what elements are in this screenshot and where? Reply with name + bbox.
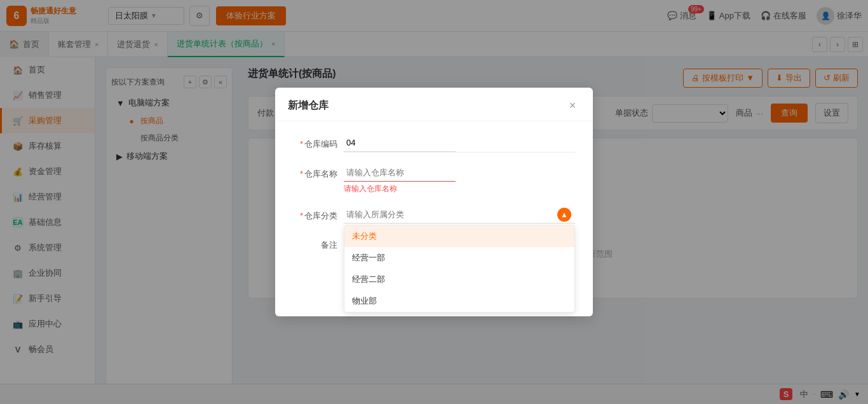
dropdown-option-dept3[interactable]: 物业部 — [344, 290, 574, 312]
dropdown-option-dept2[interactable]: 经营二部 — [344, 269, 574, 290]
note-label: 备注 — [293, 235, 344, 251]
name-field-wrapper: 请输入仓库名称 — [344, 164, 575, 194]
modal-title: 新增仓库 — [288, 99, 329, 112]
dropdown-option-dept1[interactable]: 经营一部 — [344, 247, 574, 269]
modal-header: 新增仓库 × — [275, 88, 593, 121]
name-label: 仓库名称 — [293, 164, 344, 180]
name-error-msg: 请输入仓库名称 — [344, 184, 575, 194]
category-label: 仓库分类 — [293, 206, 344, 222]
warehouse-name-input[interactable] — [344, 164, 456, 182]
add-warehouse-modal: 新增仓库 × 仓库编码 仓库名称 请输入仓库名称 — [275, 88, 593, 316]
code-label: 仓库编码 — [293, 134, 344, 150]
dropdown-arrow-icon[interactable]: ▲ — [557, 208, 571, 222]
warehouse-code-input[interactable] — [344, 134, 456, 152]
category-dropdown-wrapper: ▲ 未分类 经营一部 经营二部 物业部 — [344, 206, 575, 224]
code-field-wrapper — [344, 134, 575, 152]
modal-overlay: 新增仓库 × 仓库编码 仓库名称 请输入仓库名称 — [0, 0, 868, 404]
category-dropdown-list: 未分类 经营一部 经营二部 物业部 — [344, 225, 575, 313]
form-row-code: 仓库编码 — [293, 134, 575, 152]
category-input[interactable] — [344, 206, 575, 224]
modal-body: 仓库编码 仓库名称 请输入仓库名称 仓库分类 ▲ — [275, 121, 593, 277]
modal-close-button[interactable]: × — [565, 98, 580, 113]
form-row-name: 仓库名称 请输入仓库名称 — [293, 164, 575, 194]
dropdown-option-uncategorized[interactable]: 未分类 — [344, 226, 574, 247]
form-row-category: 仓库分类 ▲ 未分类 经营一部 经营二部 物业部 — [293, 206, 575, 224]
